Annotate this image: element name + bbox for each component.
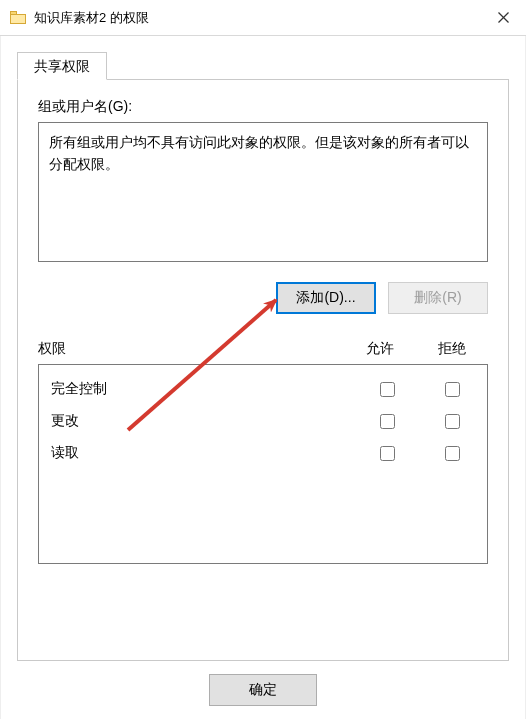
permissions-header: 权限 允许 拒绝 bbox=[38, 340, 488, 358]
ok-button[interactable]: 确定 bbox=[209, 674, 317, 706]
client-area: 共享权限 组或用户名(G): 所有组或用户均不具有访问此对象的权限。但是该对象的… bbox=[0, 36, 526, 719]
dialog-bottom-bar: 确定 bbox=[1, 665, 525, 715]
group-users-message: 所有组或用户均不具有访问此对象的权限。但是该对象的所有者可以分配权限。 bbox=[49, 134, 469, 172]
perm-allow-checkbox-full-control[interactable] bbox=[380, 382, 395, 397]
tab-share-permissions[interactable]: 共享权限 bbox=[17, 52, 107, 80]
table-row: 读取 bbox=[51, 437, 481, 469]
close-icon bbox=[498, 12, 509, 23]
perm-deny-checkbox-read[interactable] bbox=[445, 446, 460, 461]
perm-deny-checkbox-full-control[interactable] bbox=[445, 382, 460, 397]
remove-button[interactable]: 删除(R) bbox=[388, 282, 488, 314]
close-button[interactable] bbox=[480, 0, 526, 35]
window-title: 知识库素材2 的权限 bbox=[34, 9, 480, 27]
perm-header-name: 权限 bbox=[38, 340, 344, 358]
add-button[interactable]: 添加(D)... bbox=[276, 282, 376, 314]
perm-allow-checkbox-read[interactable] bbox=[380, 446, 395, 461]
folder-icon bbox=[10, 11, 26, 24]
table-row: 更改 bbox=[51, 405, 481, 437]
perm-header-deny: 拒绝 bbox=[416, 340, 488, 358]
tab-panel: 组或用户名(G): 所有组或用户均不具有访问此对象的权限。但是该对象的所有者可以… bbox=[17, 79, 509, 661]
perm-allow-checkbox-change[interactable] bbox=[380, 414, 395, 429]
group-users-listbox[interactable]: 所有组或用户均不具有访问此对象的权限。但是该对象的所有者可以分配权限。 bbox=[38, 122, 488, 262]
titlebar: 知识库素材2 的权限 bbox=[0, 0, 526, 36]
perm-deny-checkbox-change[interactable] bbox=[445, 414, 460, 429]
perm-name: 读取 bbox=[51, 444, 351, 462]
tab-strip: 共享权限 bbox=[17, 52, 107, 80]
perm-name: 更改 bbox=[51, 412, 351, 430]
add-remove-row: 添加(D)... 删除(R) bbox=[38, 282, 488, 314]
table-row: 完全控制 bbox=[51, 373, 481, 405]
perm-header-allow: 允许 bbox=[344, 340, 416, 358]
group-users-label: 组或用户名(G): bbox=[38, 98, 488, 116]
permissions-table: 完全控制 更改 读取 bbox=[38, 364, 488, 564]
perm-name: 完全控制 bbox=[51, 380, 351, 398]
